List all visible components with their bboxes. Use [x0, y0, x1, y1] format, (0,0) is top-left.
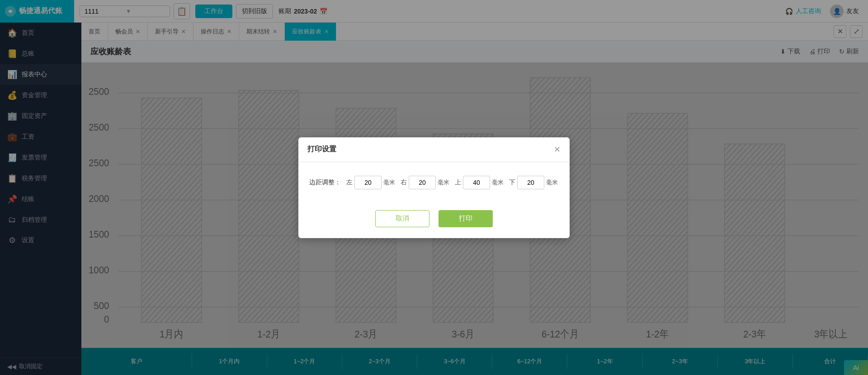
- confirm-print-button[interactable]: 打印: [439, 210, 493, 227]
- modal-header: 打印设置 ✕: [298, 137, 570, 162]
- bottom-label: 下: [509, 178, 515, 187]
- right-margin-group: 右 毫米: [401, 176, 449, 189]
- bottom-margin-group: 下 毫米: [509, 176, 558, 189]
- modal-title: 打印设置: [307, 145, 336, 154]
- margin-row: 边距调整： 左 毫米 右 毫米 上 毫米: [309, 176, 559, 189]
- right-unit: 毫米: [438, 178, 449, 187]
- right-margin-input[interactable]: [409, 176, 436, 189]
- modal-footer: 取消 打印: [298, 203, 570, 238]
- modal-body: 边距调整： 左 毫米 右 毫米 上 毫米: [298, 162, 570, 203]
- left-margin-group: 左 毫米: [346, 176, 395, 189]
- left-margin-input[interactable]: [354, 176, 382, 189]
- print-settings-modal: 打印设置 ✕ 边距调整： 左 毫米 右 毫米: [298, 137, 570, 238]
- modal-overlay: 打印设置 ✕ 边距调整： 左 毫米 右 毫米: [0, 0, 868, 375]
- top-margin-group: 上 毫米: [455, 176, 504, 189]
- margin-label: 边距调整：: [309, 178, 341, 187]
- right-label: 右: [401, 178, 407, 187]
- top-label: 上: [455, 178, 461, 187]
- top-margin-input[interactable]: [463, 176, 490, 189]
- top-unit: 毫米: [492, 178, 504, 187]
- bottom-unit: 毫米: [546, 178, 558, 187]
- modal-close-button[interactable]: ✕: [554, 145, 561, 155]
- cancel-button[interactable]: 取消: [375, 210, 429, 227]
- left-label: 左: [346, 178, 353, 187]
- bottom-margin-input[interactable]: [517, 176, 544, 189]
- left-unit: 毫米: [383, 178, 395, 187]
